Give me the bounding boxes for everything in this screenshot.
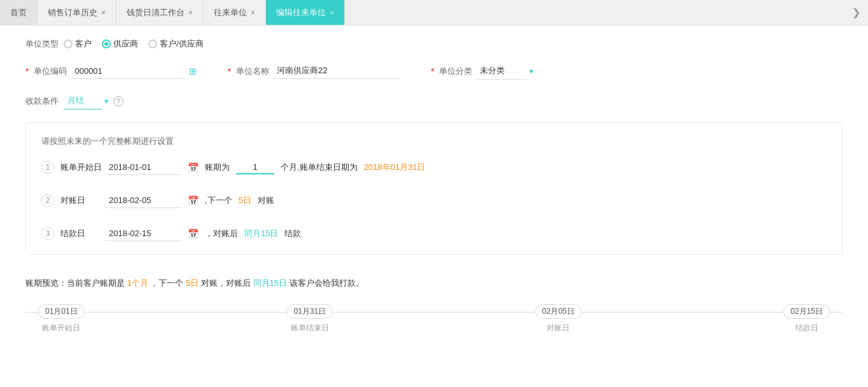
timeline-item-0: 01月01日 账单开始日: [38, 304, 85, 334]
main-content: 单位类型 客户 供应商 客户/供应商 * 单位编码 ⊞ * 单位名称: [0, 25, 868, 387]
period-suffix: 个月,账单结束日期为: [281, 162, 358, 173]
payment-help-icon[interactable]: ?: [113, 96, 123, 106]
tab-close-partner[interactable]: ×: [251, 9, 255, 17]
setting-row-1: 1 账单开始日 📅 账期为 个月,账单结束日期为 2018年01月31日: [41, 160, 827, 175]
unit-code-group: * 单位编码 ⊞: [25, 64, 197, 79]
tab-close-cash[interactable]: ×: [188, 9, 193, 17]
radio-circle-customer-supplier: [148, 39, 157, 48]
timeline-date-3: 02月15日: [783, 304, 830, 319]
radio-circle-customer: [64, 39, 73, 48]
tab-home[interactable]: 首页: [0, 0, 38, 25]
row-label-1: 账单开始日: [60, 162, 99, 173]
reconcile-suffix: 对账: [258, 195, 274, 206]
preview-part4: 对账，对账后: [201, 278, 251, 288]
preview-part6: 该客户会给我打款。: [290, 278, 364, 288]
timeline-label-2: 对账日: [547, 323, 570, 334]
unit-type-label: 单位类型: [25, 38, 59, 50]
timeline-date-2: 02月05日: [535, 304, 582, 319]
reconcile-date-input[interactable]: [105, 193, 181, 208]
unit-type-row: 单位类型 客户 供应商 客户/供应商: [25, 38, 843, 50]
payment-date-input[interactable]: [105, 226, 181, 241]
reconcile-highlight: 5日: [239, 195, 251, 206]
tab-edit-partner[interactable]: 编辑往来单位 ×: [266, 0, 345, 25]
tab-sales-history[interactable]: 销售订单历史 ×: [38, 0, 116, 25]
tab-close-sales[interactable]: ×: [101, 9, 106, 17]
tab-bar: 首页 销售订单历史 × 钱货日清工作台 × 往来单位 × 编辑往来单位 × ❯: [0, 0, 868, 25]
payment-value: 月结: [64, 92, 102, 109]
payment-dropdown[interactable]: 月结 ▾: [64, 92, 108, 109]
radio-circle-supplier: [102, 39, 111, 48]
row-num-1: 1: [41, 161, 54, 174]
timeline-items: 01月01日 账单开始日 01月31日 账单结束日 02月05日 对账日 02月…: [38, 304, 830, 334]
period-end-date: 2018年01月31日: [364, 162, 426, 173]
period-prefix: 账期为: [205, 162, 230, 173]
setting-row-2: 2 对账日 📅 ,下一个 5日 对账: [41, 193, 827, 208]
radio-customer-supplier[interactable]: 客户/供应商: [148, 38, 204, 50]
unit-name-group: * 单位名称: [227, 64, 400, 79]
unit-name-input[interactable]: [273, 64, 400, 79]
preview-text: 账期预览：当前客户账期是 1个月 ，下一个 5日 对账，对账后 同月15日 该客…: [25, 278, 843, 289]
tab-partner[interactable]: 往来单位 ×: [204, 0, 266, 25]
unit-category-value: 未分类: [476, 62, 527, 80]
timeline: 01月01日 账单开始日 01月31日 账单结束日 02月05日 对账日 02月…: [25, 304, 843, 334]
setting-row-3: 3 结款日 📅 ，对账后 同月15日 结款: [41, 226, 827, 241]
settings-box: 请按照未来的一个完整帐期进行设置 1 账单开始日 📅 账期为 个月,账单结束日期…: [25, 122, 843, 255]
payment-prefix: ，对账后: [205, 228, 238, 239]
tab-cash-desk[interactable]: 钱货日清工作台 ×: [116, 0, 204, 25]
preview-part5: 同月15日: [253, 278, 287, 288]
unit-category-label: 单位分类: [439, 66, 472, 77]
unit-category-dropdown[interactable]: 未分类 ▾: [476, 62, 552, 80]
payment-row: 收款条件 月结 ▾ ?: [25, 92, 843, 109]
unit-category-group: * 单位分类 未分类 ▾: [431, 62, 552, 80]
settings-title: 请按照未来的一个完整帐期进行设置: [41, 136, 827, 147]
payment-highlight: 同月15日: [244, 228, 278, 239]
preview-part3: 5日: [186, 278, 199, 288]
preview-section: 账期预览：当前客户账期是 1个月 ，下一个 5日 对账，对账后 同月15日 该客…: [25, 267, 843, 334]
timeline-label-3: 结款日: [795, 323, 818, 334]
payment-suffix: 结款: [284, 228, 301, 239]
tab-close-edit-partner[interactable]: ×: [330, 9, 334, 17]
timeline-item-1: 01月31日 账单结束日: [286, 304, 333, 334]
reconcile-prefix: ,下一个: [205, 195, 232, 206]
start-date-input[interactable]: [105, 160, 181, 175]
period-input[interactable]: [236, 161, 274, 174]
timeline-item-3: 02月15日 结款日: [783, 304, 830, 334]
unit-name-label: 单位名称: [236, 66, 269, 77]
copy-icon[interactable]: ⊞: [189, 66, 197, 76]
timeline-item-2: 02月05日 对账日: [535, 304, 582, 334]
row-label-3: 结款日: [60, 228, 99, 239]
start-date-cal-icon[interactable]: 📅: [188, 162, 199, 172]
payment-label: 收款条件: [25, 95, 59, 107]
unit-info-row: * 单位编码 ⊞ * 单位名称 * 单位分类 未分类 ▾: [25, 62, 843, 80]
preview-label: 账期预览：当前客户账期是: [25, 278, 125, 288]
row-num-3: 3: [41, 227, 54, 240]
preview-part2: ，下一个: [150, 278, 183, 288]
row-label-2: 对账日: [60, 195, 99, 206]
unit-code-input[interactable]: [71, 64, 185, 79]
unit-type-radio-group: 客户 供应商 客户/供应商: [64, 38, 204, 50]
payment-arrow: ▾: [104, 97, 108, 106]
timeline-label-1: 账单结束日: [291, 323, 329, 334]
timeline-label-0: 账单开始日: [42, 323, 80, 334]
timeline-date-0: 01月01日: [38, 304, 85, 319]
tab-expand-button[interactable]: ❯: [844, 0, 868, 25]
radio-supplier[interactable]: 供应商: [102, 38, 138, 50]
timeline-date-1: 01月31日: [286, 304, 333, 319]
radio-customer[interactable]: 客户: [64, 38, 92, 50]
preview-part1: 1个月: [127, 278, 148, 288]
payment-date-cal-icon[interactable]: 📅: [188, 229, 199, 239]
row-num-2: 2: [41, 194, 54, 207]
reconcile-date-cal-icon[interactable]: 📅: [188, 195, 199, 206]
unit-category-arrow: ▾: [529, 67, 533, 76]
unit-code-label: 单位编码: [34, 66, 67, 77]
